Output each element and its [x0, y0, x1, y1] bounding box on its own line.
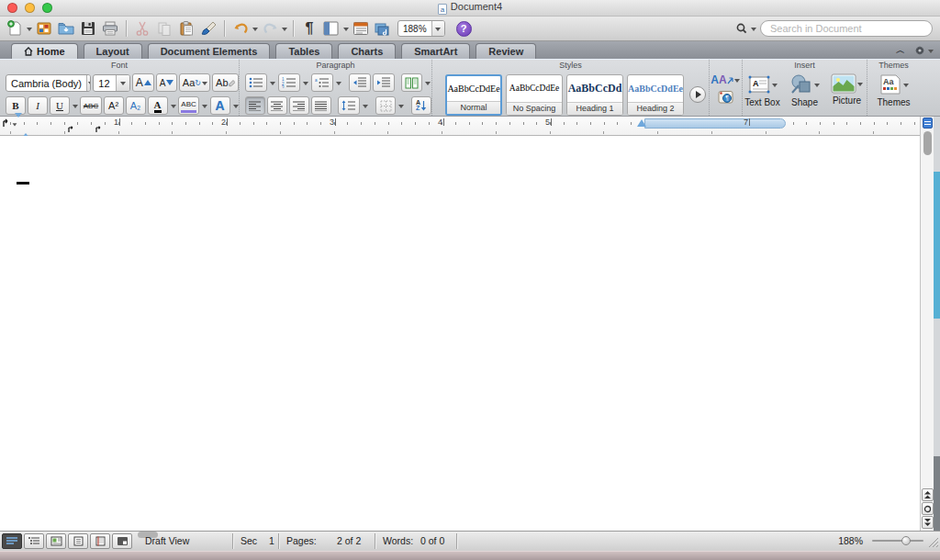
style-heading-2[interactable]: AaBbCcDdEe Heading 2	[627, 74, 684, 116]
highlight-dropdown[interactable]	[201, 102, 207, 109]
gallery-button[interactable]	[33, 18, 55, 39]
window-resize-grip[interactable]	[928, 537, 939, 550]
ribbon-settings-button[interactable]	[914, 45, 934, 56]
font-color-button[interactable]: A	[148, 96, 168, 115]
horizontal-ruler[interactable]: 1 2 3 4 5 7	[0, 117, 940, 136]
sidebar-pane-dropdown[interactable]	[342, 25, 350, 32]
toolbox-button[interactable]	[350, 18, 372, 39]
zoom-combo[interactable]: 188%	[397, 20, 445, 37]
ruler-right-margin[interactable]	[644, 118, 786, 129]
document-canvas[interactable]	[0, 136, 934, 531]
numbering-button[interactable]: 123	[278, 73, 300, 92]
new-document-button[interactable]	[4, 18, 26, 39]
sort-button[interactable]: A Z	[411, 96, 431, 115]
show-formatting-marks-button[interactable]: ¶	[298, 18, 320, 39]
indent-markers[interactable]	[15, 118, 23, 129]
style-heading-1[interactable]: AaBbCcDd Heading 1	[566, 74, 623, 116]
vertical-scroll-thumb[interactable]	[923, 131, 932, 155]
align-right-button[interactable]	[289, 96, 309, 115]
format-painter-button[interactable]	[197, 18, 219, 39]
multilevel-list-button[interactable]: a	[311, 73, 333, 92]
clear-formatting-button[interactable]: Ab	[212, 73, 239, 92]
align-left-button[interactable]	[245, 96, 265, 115]
change-styles-button[interactable]: AA	[711, 73, 740, 86]
section-label[interactable]: Sec	[241, 535, 257, 546]
align-center-button[interactable]	[267, 96, 287, 115]
columns-dropdown[interactable]	[424, 79, 431, 86]
paste-button[interactable]	[175, 18, 197, 39]
highlight-button[interactable]: ABC	[178, 96, 199, 115]
subscript-button[interactable]: A₂	[126, 96, 146, 115]
borders-button[interactable]	[375, 96, 396, 115]
help-button[interactable]: ?	[456, 21, 472, 37]
styles-pane-button[interactable]: ¶	[718, 90, 733, 107]
numbering-dropdown[interactable]	[302, 79, 309, 86]
line-spacing-dropdown[interactable]	[362, 102, 369, 109]
media-browser-button[interactable]	[372, 18, 394, 39]
vertical-scrollbar[interactable]	[920, 117, 934, 531]
zoom-slider[interactable]	[872, 536, 923, 545]
right-indent-marker[interactable]	[637, 119, 646, 127]
open-button[interactable]	[55, 18, 77, 39]
text-effects-button[interactable]: A	[210, 96, 230, 115]
multilevel-list-dropdown[interactable]	[335, 79, 342, 86]
view-status[interactable]: Draft View	[145, 535, 189, 546]
draft-view-button[interactable]	[2, 533, 22, 549]
tab-smartart[interactable]: SmartArt	[401, 43, 470, 59]
underline-dropdown[interactable]	[72, 102, 78, 109]
search-scope-button[interactable]	[735, 22, 757, 35]
tab-document-elements[interactable]: Document Elements	[148, 43, 271, 59]
insert-picture-button[interactable]: Picture	[828, 73, 867, 107]
insert-text-box-button[interactable]: A Text Box	[744, 73, 782, 107]
tab-stop[interactable]	[95, 120, 103, 127]
ruler-toggle-button[interactable]	[923, 118, 933, 129]
styles-gallery-expand-button[interactable]	[689, 86, 706, 103]
select-browse-object-button[interactable]	[922, 502, 934, 515]
tab-home[interactable]: Home	[11, 43, 78, 59]
bullets-button[interactable]	[245, 73, 267, 92]
sidebar-pane-button[interactable]	[320, 18, 342, 39]
tab-tables[interactable]: Tables	[275, 43, 332, 59]
previous-page-button[interactable]	[922, 488, 934, 501]
undo-dropdown[interactable]	[252, 25, 259, 32]
grow-font-button[interactable]: A	[132, 73, 154, 92]
words-label[interactable]: Words:	[383, 535, 413, 546]
next-page-button[interactable]	[922, 516, 934, 529]
zoom-slider-thumb[interactable]	[901, 536, 911, 545]
font-color-dropdown[interactable]	[170, 102, 176, 109]
zoom-dropdown[interactable]	[431, 21, 444, 36]
bold-button[interactable]: B	[6, 96, 26, 115]
notebook-layout-view-button[interactable]	[90, 533, 110, 549]
font-family-combo[interactable]: Cambria (Body)	[6, 74, 91, 92]
search-input[interactable]	[760, 20, 933, 37]
shrink-font-button[interactable]: A	[156, 73, 177, 92]
tab-stop[interactable]	[68, 120, 75, 127]
borders-dropdown[interactable]	[397, 102, 405, 109]
new-document-dropdown[interactable]	[26, 25, 33, 32]
print-button[interactable]	[99, 18, 121, 39]
style-normal[interactable]: AaBbCcDdEe Normal	[445, 74, 502, 116]
zoom-value[interactable]: 188%	[398, 21, 431, 36]
justify-button[interactable]	[311, 96, 331, 115]
bullets-dropdown[interactable]	[269, 79, 276, 86]
tab-review[interactable]: Review	[476, 43, 536, 59]
search-scope-dropdown[interactable]	[750, 25, 757, 32]
tab-charts[interactable]: Charts	[338, 43, 396, 59]
undo-button[interactable]	[229, 18, 252, 39]
underline-button[interactable]: U	[50, 96, 70, 115]
tab-layout[interactable]: Layout	[84, 43, 142, 59]
superscript-button[interactable]: A²	[104, 96, 124, 115]
focus-view-button[interactable]	[112, 533, 132, 549]
change-case-button[interactable]: Aa↻	[179, 73, 210, 92]
decrease-indent-button[interactable]	[349, 73, 371, 92]
insert-shape-button[interactable]: Shape	[786, 73, 824, 107]
publishing-layout-view-button[interactable]	[46, 533, 66, 549]
style-no-spacing[interactable]: AaBbCcDdEe No Spacing	[506, 74, 563, 116]
text-effects-dropdown[interactable]	[232, 102, 239, 109]
font-size-combo[interactable]: 12	[93, 74, 130, 92]
italic-button[interactable]: I	[28, 96, 48, 115]
collapse-ribbon-button[interactable]: ︿	[896, 44, 905, 57]
pages-label[interactable]: Pages:	[286, 535, 317, 546]
save-button[interactable]	[77, 18, 99, 39]
outline-view-button[interactable]	[24, 533, 44, 549]
